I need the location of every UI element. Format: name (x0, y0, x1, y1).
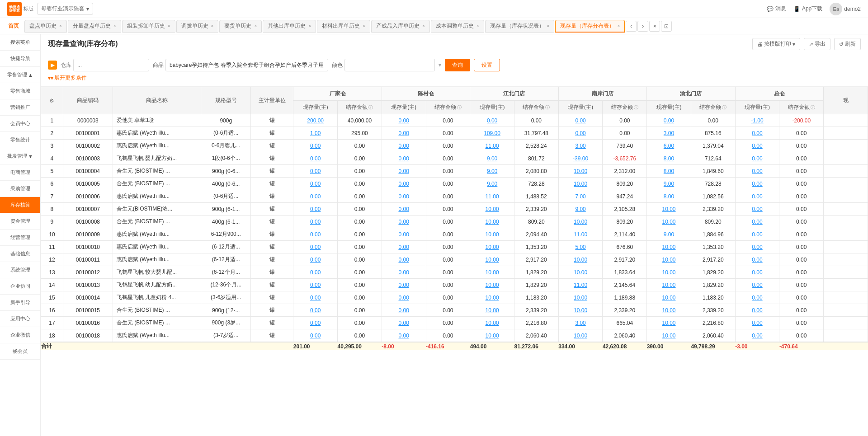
industry-selector[interactable]: 母婴行业演示陈套 ▾ (37, 3, 93, 15)
qty-link[interactable]: 7.00 (575, 193, 585, 200)
qty-link[interactable]: 0.00 (398, 130, 409, 136)
qty-link[interactable]: 9.00 (664, 181, 674, 187)
qty-link[interactable]: 6.00 (664, 143, 674, 149)
setting-btn[interactable]: 设置 (474, 59, 500, 71)
qty-link[interactable]: 0.00 (310, 181, 321, 187)
qty-link[interactable]: 0.00 (310, 155, 321, 162)
tab-6-close[interactable]: × (308, 23, 311, 28)
tab-11[interactable]: 现存量（库存分布表） × (555, 20, 625, 33)
tab-1[interactable]: 盘点单历史 × (24, 20, 67, 33)
qty-link[interactable]: 0.00 (398, 269, 409, 276)
qty-link[interactable]: 10.00 (486, 307, 499, 314)
qty-link[interactable]: 3.00 (664, 130, 674, 136)
qty-link[interactable]: 11.00 (486, 143, 499, 149)
tab-home[interactable]: 首页 (4, 20, 24, 33)
qty-link[interactable]: 0.00 (398, 219, 409, 225)
qty-link[interactable]: 0.00 (752, 295, 762, 301)
tab-8-close[interactable]: × (422, 23, 425, 28)
qty-link[interactable]: 9.00 (487, 168, 497, 174)
qty-link[interactable]: 10.00 (574, 295, 587, 301)
qty-link[interactable]: 10.00 (574, 181, 587, 187)
qty-link[interactable]: 0.00 (752, 282, 762, 288)
qty-link[interactable]: 5.00 (575, 244, 585, 250)
sidebar-item-retail-mgmt[interactable]: 零售管理▲ (0, 67, 40, 83)
qty-link[interactable]: 9.00 (487, 155, 497, 162)
sidebar-item-appcenter[interactable]: 应用中心 (0, 311, 40, 327)
qty-link[interactable]: 0.00 (398, 244, 409, 250)
tab-9-close[interactable]: × (476, 23, 479, 28)
qty-link[interactable]: 200.00 (307, 117, 324, 124)
tab-8[interactable]: 产成品入库单历史 × (371, 20, 430, 33)
qty-link[interactable]: 0.00 (310, 307, 321, 314)
sidebar-item-operations[interactable]: 经营管理 (0, 230, 40, 246)
qty-link[interactable]: 10.00 (486, 269, 499, 276)
sidebar-item-finance[interactable]: 资金管理 (0, 213, 40, 230)
qty-link[interactable]: 0.00 (398, 320, 409, 326)
qty-link[interactable]: 1.00 (310, 130, 321, 136)
qty-link[interactable]: 8.00 (664, 155, 674, 162)
tab-4-close[interactable]: × (211, 23, 214, 28)
qty-link[interactable]: 10.00 (486, 333, 499, 339)
info-icon[interactable]: ⓘ (811, 105, 815, 110)
info-icon[interactable]: ⓘ (457, 105, 462, 110)
sidebar-item-ecommerce[interactable]: 电商管理 (0, 164, 40, 181)
qty-link[interactable]: 10.00 (486, 206, 499, 212)
qty-link[interactable]: 0.00 (752, 244, 762, 250)
qty-link[interactable]: -39.00 (573, 155, 588, 162)
qty-link[interactable]: 10.00 (662, 320, 676, 326)
qty-link[interactable]: 10.00 (574, 307, 587, 314)
tab-9[interactable]: 成本调整单历史 × (431, 20, 484, 33)
qty-link[interactable]: 0.00 (752, 320, 762, 326)
qty-link[interactable]: 0.00 (310, 168, 321, 174)
app-download-action[interactable]: 📱 App下载 (793, 5, 822, 13)
sidebar-item-system[interactable]: 系统管理 (0, 262, 40, 278)
qty-link[interactable]: 10.00 (486, 244, 499, 250)
sidebar-item-inventory[interactable]: 库存核算 (0, 197, 40, 213)
sidebar-item-vip[interactable]: 畅会员 (0, 343, 40, 360)
tab-6[interactable]: 其他出库单历史 × (263, 20, 316, 33)
qty-link[interactable]: 10.00 (662, 282, 676, 288)
qty-link[interactable]: 10.00 (574, 219, 587, 225)
qty-link[interactable]: 9.00 (664, 231, 674, 238)
tab-10[interactable]: 现存量（库存状况表） × (485, 20, 555, 33)
info-icon[interactable]: ⓘ (368, 105, 373, 110)
qty-link[interactable]: 10.00 (662, 257, 676, 263)
gear-icon[interactable]: ⚙ (49, 98, 54, 104)
tab-3-close[interactable]: × (168, 23, 170, 28)
qty-link[interactable]: 10.00 (662, 219, 676, 225)
tab-11-close[interactable]: × (617, 23, 620, 28)
query-btn[interactable]: 查询 (445, 59, 470, 71)
message-action[interactable]: 💬 消息 (767, 5, 786, 13)
qty-link[interactable]: 0.00 (398, 193, 409, 200)
qty-link[interactable]: 0.00 (398, 333, 409, 339)
qty-link[interactable]: 0.00 (575, 117, 585, 124)
qty-link[interactable]: 0.00 (398, 206, 409, 212)
sidebar-item-purchase[interactable]: 采购管理 (0, 181, 40, 197)
qty-link[interactable]: 0.00 (310, 206, 321, 212)
sidebar-item-search[interactable]: 搜索英单 (0, 34, 40, 51)
tab-5-close[interactable]: × (254, 23, 257, 28)
qty-link[interactable]: 0.00 (752, 168, 762, 174)
sidebar-item-collab[interactable]: 企业协同 (0, 278, 40, 295)
qty-link[interactable]: 0.00 (752, 333, 762, 339)
info-icon[interactable]: ⓘ (634, 105, 638, 110)
qty-link[interactable]: 0.00 (398, 155, 409, 162)
warehouse-input[interactable] (73, 59, 149, 71)
qty-link[interactable]: 0.00 (310, 282, 321, 288)
qty-link[interactable]: 0.00 (310, 333, 321, 339)
info-icon[interactable]: ⓘ (545, 105, 550, 110)
qty-link[interactable]: 0.00 (752, 155, 762, 162)
qty-link[interactable]: 0.00 (310, 244, 321, 250)
qty-link[interactable]: 10.00 (486, 257, 499, 263)
qty-link[interactable]: 10.00 (486, 295, 499, 301)
sidebar-item-wecom[interactable]: 企业微信 (0, 327, 40, 343)
qty-link[interactable]: 0.00 (398, 257, 409, 263)
qty-link[interactable]: 0.00 (664, 117, 674, 124)
qty-link[interactable]: 0.00 (752, 193, 762, 200)
qty-link[interactable]: 0.00 (398, 168, 409, 174)
sidebar-item-retail-stats[interactable]: 零售统计 (0, 132, 40, 148)
qty-link[interactable]: 0.00 (752, 307, 762, 314)
qty-link[interactable]: 0.00 (310, 193, 321, 200)
qty-link[interactable]: 11.00 (486, 193, 499, 200)
tab-2-close[interactable]: × (113, 23, 116, 28)
